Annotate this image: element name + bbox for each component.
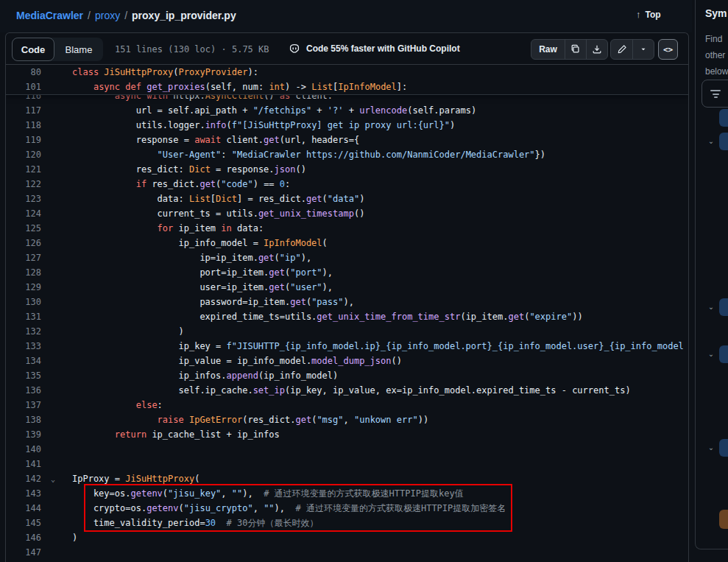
code-token: get: [295, 415, 311, 425]
breadcrumb-folder-link[interactable]: proxy: [95, 10, 120, 21]
code-token: +: [344, 105, 360, 116]
line-number-136[interactable]: 136: [6, 383, 41, 398]
line-number-118[interactable]: 118: [6, 118, 41, 133]
code-token: "expire": [529, 312, 572, 322]
line-number-130[interactable]: 130: [6, 295, 41, 309]
symbol-kind-badge[interactable]: [719, 109, 728, 127]
chevron-down-icon[interactable]: ⌄: [706, 303, 716, 312]
code-text: class JiSuHttpProxy(ProxyProvider):: [72, 65, 688, 80]
line-number-147[interactable]: 147: [6, 545, 41, 560]
code-line-124: 124 current_ts = utils.get_unix_timestam…: [6, 206, 688, 221]
line-number-132[interactable]: 132: [6, 324, 41, 339]
code-token: int: [269, 82, 285, 92]
line-number-123[interactable]: 123: [6, 192, 41, 206]
chevron-down-icon[interactable]: ⌄: [706, 443, 716, 452]
code-token: utils.logger.: [72, 120, 205, 130]
edit-file-button[interactable]: [611, 40, 632, 59]
line-number-139[interactable]: 139: [6, 427, 41, 442]
code-token: (: [227, 120, 232, 130]
line-number-120[interactable]: 120: [6, 147, 41, 162]
code-token: (ip_key, ip_value, ex=ip_info_model.expi…: [285, 385, 631, 396]
line-number-129[interactable]: 129: [6, 280, 41, 295]
code-line-120: 120 "User-Agent": "MediaCrawler https://…: [6, 147, 688, 162]
line-number-127[interactable]: 127: [6, 250, 41, 265]
code-line-144: 144 crypto=os.getenv("jisu_crypto", ""),…: [6, 501, 688, 516]
code-token: Dict: [189, 164, 211, 175]
line-gutter: [41, 457, 72, 471]
line-number-122[interactable]: 122: [6, 177, 41, 192]
code-token: 30: [205, 518, 216, 528]
line-number-119[interactable]: 119: [6, 133, 41, 147]
code-token: # 通过环境变量的方式获取极速HTTPIP提取key值: [264, 488, 463, 499]
chevron-down-icon[interactable]: ⌄: [706, 137, 716, 146]
scroll-to-top-button[interactable]: ↑ Top: [636, 9, 661, 20]
code-token: f"JISUHTTP_{ip_info_model.ip}_{ip_info_m…: [227, 341, 684, 351]
symbols-filter-input[interactable]: [702, 80, 728, 108]
line-number-121[interactable]: 121: [6, 162, 41, 177]
collapse-chevron-icon[interactable]: ⌄: [41, 475, 55, 483]
line-number-101[interactable]: 101: [6, 80, 41, 94]
line-number-134[interactable]: 134: [6, 354, 41, 368]
line-number-142[interactable]: 142: [6, 471, 41, 486]
code-token: ip_key =: [72, 341, 227, 351]
code-line-80: 80class JiSuHttpProxy(ProxyProvider):: [6, 65, 688, 80]
symbols-panel-toggle-button[interactable]: <>: [658, 39, 678, 60]
code-token: return: [115, 429, 146, 440]
code-token: ip_infos.: [72, 370, 227, 381]
symbol-kind-badge[interactable]: [719, 298, 728, 316]
line-number-131[interactable]: 131: [6, 309, 41, 324]
code-token: List: [311, 82, 333, 92]
code-line-134: 134 ip_value = ip_info_model.model_dump_…: [6, 354, 688, 368]
line-gutter: [41, 65, 72, 80]
line-number-126[interactable]: 126: [6, 236, 41, 250]
filter-icon: [710, 90, 721, 98]
symbol-kind-badge[interactable]: [719, 510, 728, 529]
line-number-133[interactable]: 133: [6, 339, 41, 354]
code-token: class: [72, 67, 104, 77]
code-token: [72, 179, 136, 189]
code-token: data:: [72, 194, 189, 204]
raw-button[interactable]: Raw: [531, 40, 565, 59]
line-gutter: [41, 80, 72, 94]
code-token: for: [158, 223, 174, 233]
line-number-80[interactable]: 80: [6, 65, 41, 80]
tab-blame[interactable]: Blame: [54, 38, 103, 61]
line-number-125[interactable]: 125: [6, 221, 41, 236]
symbol-kind-badge[interactable]: [719, 439, 728, 457]
tab-code[interactable]: Code: [12, 38, 54, 61]
edit-dropdown-button[interactable]: [632, 40, 654, 59]
download-raw-file-button[interactable]: [586, 40, 607, 59]
line-number-138[interactable]: 138: [6, 412, 41, 427]
line-number-117[interactable]: 117: [6, 103, 41, 118]
code-text: ip_value = ip_info_model.model_dump_json…: [72, 354, 688, 368]
code-token: password=ip_item.: [72, 297, 290, 307]
code-token: data:: [232, 223, 264, 233]
line-number-140[interactable]: 140: [6, 442, 41, 457]
file-header-bar: MediaCrawler/proxy/proxy_ip_provider.py …: [0, 0, 692, 32]
line-number-146[interactable]: 146: [6, 530, 41, 545]
code-token: (): [391, 356, 401, 366]
code-token: ,: [344, 415, 354, 425]
code-token: "code": [221, 179, 252, 189]
line-number-135[interactable]: 135: [6, 368, 41, 383]
symbol-kind-badge[interactable]: [719, 133, 728, 150]
line-number-137[interactable]: 137: [6, 398, 41, 412]
code-line-122: 122 if res_dict.get("code") == 0:: [6, 177, 688, 192]
code-token: crypto=os.: [72, 503, 146, 513]
line-number-145[interactable]: 145: [6, 516, 41, 530]
line-number-124[interactable]: 124: [6, 206, 41, 221]
chevron-down-icon[interactable]: ⌄: [706, 350, 716, 359]
breadcrumb-repo-link[interactable]: MediaCrawler: [16, 10, 83, 21]
code-text: time_validity_period=30 # 30分钟（最长时效）: [72, 516, 688, 530]
line-number-141[interactable]: 141: [6, 457, 41, 471]
line-number-143[interactable]: 143: [6, 486, 41, 501]
code-token: "port": [290, 267, 322, 278]
code-token: :: [221, 150, 231, 160]
copy-raw-content-button[interactable]: [565, 40, 586, 59]
line-number-128[interactable]: 128: [6, 265, 41, 280]
line-number-144[interactable]: 144: [6, 501, 41, 516]
code-token: expired_time_ts=utils.: [72, 312, 317, 322]
symbol-kind-badge[interactable]: [719, 345, 728, 363]
code-token: (url, headers={: [280, 135, 359, 145]
code-token: get: [290, 297, 306, 307]
